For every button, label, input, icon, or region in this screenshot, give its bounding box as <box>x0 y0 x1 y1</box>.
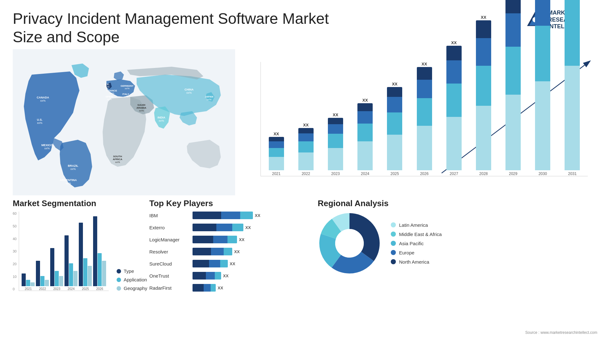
bar-year-label: 2025 <box>390 172 399 176</box>
bar-label-xx: XX <box>303 123 308 127</box>
segmentation-title: Market Segmentation <box>13 199 140 208</box>
bar-group: XX2026 <box>410 62 438 176</box>
svg-text:xx%: xx% <box>109 92 114 95</box>
bar-segment <box>357 103 373 111</box>
source-text: Source : www.marketresearchintellect.com <box>0 330 610 335</box>
player-bar-container: XX <box>193 212 260 219</box>
svg-text:CANADA: CANADA <box>37 96 49 99</box>
bar-label-xx: XX <box>422 62 427 66</box>
bar-label-xx: XX <box>333 112 338 117</box>
seg-bar-app <box>83 258 87 286</box>
bar-year-label: 2026 <box>420 172 429 176</box>
bar-segment <box>417 126 432 170</box>
seg-bar-geo <box>73 271 78 286</box>
bottom-section: Market Segmentation 0 10 20 30 40 50 60 … <box>0 195 610 329</box>
bar-segment <box>535 81 550 170</box>
reg-legend-mea: Middle East & Africa <box>391 232 442 237</box>
player-bar-segment <box>213 236 227 243</box>
player-bar <box>193 284 216 292</box>
bar-year-label: 2022 <box>302 172 310 176</box>
player-bar-segment <box>209 260 220 267</box>
player-bar <box>193 272 221 280</box>
seg-bar-geo <box>30 282 35 286</box>
regional-title: Regional Analysis <box>318 199 597 208</box>
svg-text:ARGENTINA: ARGENTINA <box>60 179 77 182</box>
player-name: OneTrust <box>149 273 191 279</box>
svg-text:SOUTH: SOUTH <box>113 155 122 158</box>
seg-bar-app <box>40 276 44 286</box>
svg-text:xx%: xx% <box>37 121 42 125</box>
player-bar-segment <box>227 236 237 243</box>
seg-bar-geo <box>102 261 106 286</box>
reg-dot-latin <box>391 222 396 227</box>
bar-segment <box>476 38 491 66</box>
main-content: CANADA xx% U.S. xx% MEXICO xx% BRAZIL xx… <box>0 49 610 195</box>
bar-stack <box>298 128 314 170</box>
seg-bars-wrap <box>50 248 63 286</box>
player-bar-segment <box>193 260 209 267</box>
bar-segment <box>476 106 491 170</box>
seg-bars-wrap <box>93 216 106 286</box>
bar-stack <box>476 20 491 170</box>
player-xx-label: XX <box>234 249 240 254</box>
player-bar-container: XX <box>193 236 244 243</box>
bar-segment <box>446 84 462 117</box>
player-bar-segment <box>193 284 204 292</box>
legend-dot-type <box>117 269 121 273</box>
player-bar-segment <box>216 224 232 231</box>
donut-area: Latin America Middle East & Africa Asia … <box>318 212 597 275</box>
player-bar-segment <box>193 212 221 219</box>
seg-bar-type <box>79 223 83 286</box>
seg-bar-app <box>55 271 59 286</box>
player-bar-segment <box>211 248 224 255</box>
player-name: Exterro <box>149 225 191 230</box>
player-row: LogicManagerXX <box>149 236 308 243</box>
svg-text:ARABIA: ARABIA <box>136 106 146 109</box>
bar-segment <box>357 111 373 124</box>
svg-point-43 <box>335 229 364 258</box>
player-xx-label: XX <box>245 225 251 230</box>
bar-group: XX2022 <box>292 123 320 176</box>
svg-text:U.S.: U.S. <box>37 118 43 121</box>
svg-text:JAPAN: JAPAN <box>205 95 214 98</box>
regional-section: Regional Analysis <box>318 199 597 322</box>
reg-legend-latin-america: Latin America <box>391 222 442 228</box>
segmentation-section: Market Segmentation 0 10 20 30 40 50 60 … <box>13 199 140 322</box>
bar-year-label: 2024 <box>361 172 369 176</box>
player-bar-container: XX <box>193 272 228 280</box>
legend-dot-application <box>117 278 121 282</box>
bar-segment <box>387 112 402 135</box>
seg-year-label: 2021 <box>25 287 32 291</box>
bar-segment <box>328 124 343 134</box>
reg-dot-mea <box>391 232 396 237</box>
bar-segment <box>446 60 462 84</box>
bar-year-label: 2029 <box>509 172 518 176</box>
player-xx-label: XX <box>230 261 235 266</box>
svg-text:SAUDI: SAUDI <box>138 104 146 106</box>
seg-bar-type <box>64 235 69 286</box>
player-bar-segment <box>193 248 211 255</box>
player-name: IBM <box>149 213 191 218</box>
player-name: Resolver <box>149 249 191 254</box>
seg-group: 2021 <box>22 212 35 291</box>
bar-group: XX2023 <box>322 112 349 176</box>
bar-segment <box>446 46 462 60</box>
bar-stack <box>328 118 343 170</box>
player-bar <box>193 212 253 219</box>
player-row: OneTrustXX <box>149 272 308 280</box>
svg-text:xx%: xx% <box>139 109 144 112</box>
seg-y-axis: 0 10 20 30 40 50 60 <box>13 212 17 291</box>
bar-group: XX2024 <box>351 98 379 176</box>
bar-stack <box>535 0 550 170</box>
bar-segment <box>535 0 550 26</box>
player-bar-segment <box>193 224 216 231</box>
bar-segment <box>505 0 521 13</box>
bar-group: XX2029 <box>499 0 527 176</box>
svg-text:xx%: xx% <box>125 87 129 90</box>
svg-text:BRAZIL: BRAZIL <box>68 164 78 167</box>
player-bar-segment <box>240 212 253 219</box>
svg-text:xx%: xx% <box>40 99 45 102</box>
player-bar <box>193 236 237 243</box>
legend-geography: Geography <box>117 286 147 291</box>
seg-group: 2024 <box>64 212 78 291</box>
